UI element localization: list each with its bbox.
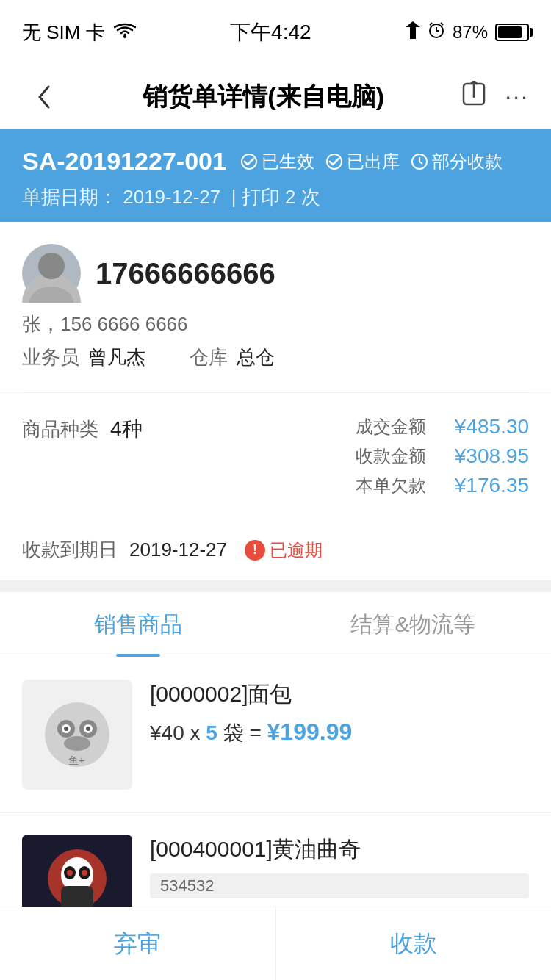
svg-point-31 bbox=[67, 870, 73, 876]
stats-left: 商品种类 4种 bbox=[22, 415, 143, 443]
status-badge-2: 已出库 bbox=[326, 150, 400, 173]
svg-point-23 bbox=[64, 736, 90, 751]
status-right: 87% bbox=[406, 21, 529, 43]
status-bar: 无 SIM 卡 下午4:42 87 bbox=[0, 0, 551, 65]
product-info-1: [0000002]面包 ¥40 x 5 袋 = ¥199.99 bbox=[150, 680, 529, 747]
status-left: 无 SIM 卡 bbox=[22, 20, 136, 46]
carrier-label: 无 SIM 卡 bbox=[22, 20, 105, 46]
overdue-badge: ! 已逾期 bbox=[245, 538, 323, 562]
tab-underline bbox=[116, 654, 160, 657]
customer-name-detail: 张，156 6666 6666 bbox=[22, 311, 529, 337]
stats-row: 商品种类 4种 成交金额 ¥485.30 收款金额 ¥308.95 本单欠款 ¥… bbox=[22, 415, 529, 497]
tabs-bar: 销售商品 结算&物流等 bbox=[0, 592, 551, 657]
nav-bar: 销货单详情(来自电脑) ··· bbox=[0, 65, 551, 129]
bottom-bar: 弃审 收款 bbox=[0, 907, 551, 980]
sales-meta: 业务员 曾凡杰 bbox=[22, 345, 145, 370]
svg-line-12 bbox=[419, 162, 422, 164]
product-sku: 534532 bbox=[150, 873, 529, 898]
status-badge-3: 部分收款 bbox=[411, 150, 503, 173]
due-section: 收款到期日 2019-12-27 ! 已逾期 bbox=[0, 519, 551, 580]
stats-right: 成交金额 ¥485.30 收款金额 ¥308.95 本单欠款 ¥176.35 bbox=[356, 415, 529, 497]
page-title: 销货单详情(来自电脑) bbox=[143, 80, 384, 114]
customer-row: 17666666666 bbox=[22, 244, 529, 303]
status-time: 下午4:42 bbox=[230, 18, 311, 46]
location-icon bbox=[406, 21, 420, 43]
battery-label: 87% bbox=[453, 22, 488, 43]
stat-owed: 本单欠款 ¥176.35 bbox=[356, 474, 529, 497]
svg-point-22 bbox=[86, 727, 90, 731]
customer-meta: 业务员 曾凡杰 仓库 总仓 bbox=[22, 345, 529, 370]
svg-point-14 bbox=[38, 253, 65, 279]
wifi-icon bbox=[114, 21, 136, 44]
tab-settlement[interactable]: 结算&物流等 bbox=[276, 592, 551, 657]
product-price-1: ¥40 x 5 袋 = ¥199.99 bbox=[150, 718, 529, 747]
cancel-button[interactable]: 弃审 bbox=[0, 907, 276, 980]
alarm-icon bbox=[428, 21, 445, 43]
stat-received: 收款金额 ¥308.95 bbox=[356, 444, 529, 468]
header-banner: SA-20191227-001 已生效 已出库 部分收款 单据日期： 2019-… bbox=[0, 129, 551, 222]
svg-line-5 bbox=[441, 23, 443, 25]
more-icon[interactable]: ··· bbox=[505, 83, 529, 110]
tab-products[interactable]: 销售商品 bbox=[0, 592, 276, 657]
svg-text:鱼+: 鱼+ bbox=[68, 754, 84, 766]
warehouse-meta: 仓库 总仓 bbox=[190, 345, 275, 370]
tabs-section: 销售商品 结算&物流等 bbox=[0, 592, 551, 657]
product-thumb-1: 鱼+ bbox=[22, 680, 132, 790]
status-badges: 已生效 已出库 部分收款 bbox=[241, 150, 503, 173]
back-button[interactable] bbox=[22, 75, 66, 119]
avatar bbox=[22, 244, 81, 303]
list-item: 鱼+ [0000002]面包 ¥40 x 5 袋 = ¥199.99 bbox=[0, 657, 551, 813]
nav-actions: ··· bbox=[461, 81, 529, 112]
share-icon[interactable] bbox=[461, 81, 487, 112]
svg-point-32 bbox=[82, 870, 87, 876]
svg-point-21 bbox=[64, 727, 68, 731]
order-id: SA-20191227-001 bbox=[22, 147, 226, 176]
confirm-button[interactable]: 收款 bbox=[276, 907, 552, 980]
stat-amount: 成交金额 ¥485.30 bbox=[356, 415, 529, 439]
stats-section: 商品种类 4种 成交金额 ¥485.30 收款金额 ¥308.95 本单欠款 ¥… bbox=[0, 393, 551, 519]
svg-line-4 bbox=[430, 23, 432, 25]
customer-section: 17666666666 张，156 6666 6666 业务员 曾凡杰 仓库 总… bbox=[0, 222, 551, 392]
svg-point-0 bbox=[123, 35, 126, 38]
customer-phone: 17666666666 bbox=[96, 257, 276, 290]
battery-icon bbox=[495, 24, 529, 41]
status-badge-1: 已生效 bbox=[241, 150, 314, 173]
section-divider bbox=[0, 580, 551, 592]
header-sub: 单据日期： 2019-12-27 | 打印 2 次 bbox=[22, 184, 529, 210]
